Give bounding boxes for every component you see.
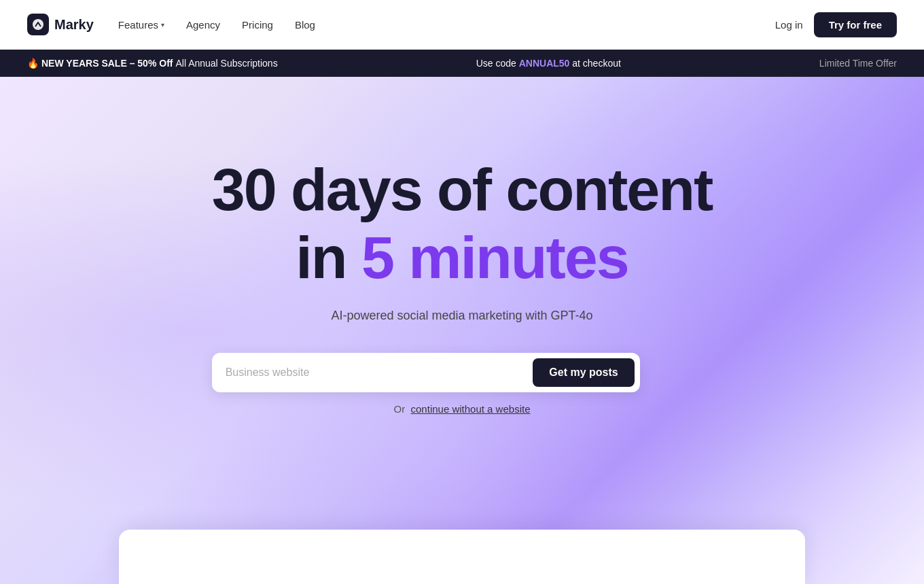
banner-use-code-prefix: Use code	[476, 58, 519, 69]
or-text: Or	[394, 403, 406, 415]
get-posts-button[interactable]: Get my posts	[533, 358, 634, 387]
try-free-button[interactable]: Try for free	[814, 12, 897, 37]
chevron-down-icon: ▾	[161, 21, 164, 29]
logo-text: Marky	[54, 17, 94, 33]
hero-link-row: Or continue without a website	[212, 403, 713, 415]
banner-sale-bold: NEW YEARS SALE – 50% Off	[41, 58, 173, 69]
nav-left: Marky Features ▾ Agency Pricing Blog	[27, 14, 315, 35]
nav-right: Log in Try for free	[775, 12, 897, 37]
banner-limited: Limited Time Offer	[819, 58, 897, 69]
nav-link-agency[interactable]: Agency	[186, 19, 220, 31]
svg-point-0	[33, 19, 43, 30]
hero-content: 30 days of content in 5 minutes AI-power…	[212, 158, 713, 415]
hero-bottom-card	[119, 530, 805, 584]
logo-svg	[31, 18, 45, 31]
banner-use-code-suffix: at checkout	[569, 58, 621, 69]
main-nav: Marky Features ▾ Agency Pricing Blog Log…	[0, 0, 924, 50]
banner-left: 🔥 NEW YEARS SALE – 50% Off All Annual Su…	[27, 58, 278, 69]
nav-link-pricing[interactable]: Pricing	[242, 19, 273, 31]
hero-title-line1: 30 days of content	[212, 156, 713, 223]
continue-without-website-link[interactable]: continue without a website	[411, 403, 531, 415]
announcement-banner: 🔥 NEW YEARS SALE – 50% Off All Annual Su…	[0, 50, 924, 77]
banner-center: Use code ANNUAL50 at checkout	[476, 58, 621, 69]
logo-icon	[27, 14, 49, 35]
hero-title: 30 days of content in 5 minutes	[212, 158, 713, 290]
banner-right: Limited Time Offer	[819, 58, 897, 69]
nav-link-features[interactable]: Features ▾	[118, 19, 164, 31]
banner-emoji: 🔥	[27, 58, 39, 69]
hero-form: Get my posts	[212, 353, 640, 392]
hero-title-line2: in 5 minutes	[212, 226, 713, 289]
nav-links: Features ▾ Agency Pricing Blog	[118, 19, 315, 31]
business-website-input[interactable]	[226, 366, 533, 379]
login-button[interactable]: Log in	[775, 19, 803, 31]
hero-title-line2-prefix: in	[296, 224, 361, 291]
logo[interactable]: Marky	[27, 14, 94, 35]
banner-promo-code: ANNUAL50	[519, 58, 570, 69]
banner-sale-rest: All Annual Subscriptions	[175, 58, 277, 69]
nav-link-blog[interactable]: Blog	[295, 19, 315, 31]
hero-subtitle: AI-powered social media marketing with G…	[212, 309, 713, 323]
hero-section: 30 days of content in 5 minutes AI-power…	[0, 77, 924, 584]
hero-title-accent: 5 minutes	[361, 224, 628, 291]
